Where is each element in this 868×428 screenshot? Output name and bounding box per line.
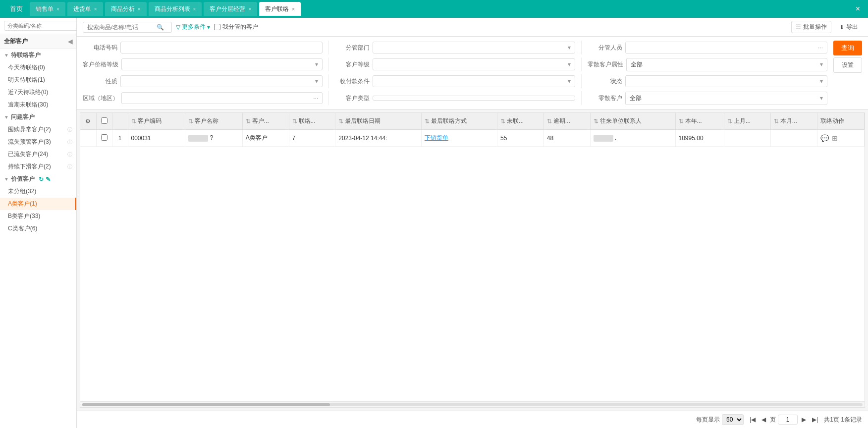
page-size-select[interactable]: 50 (722, 414, 744, 425)
col-header-last-month[interactable]: ⇅ 上月... (724, 113, 771, 130)
sidebar-item-tomorrow[interactable]: 明天待联络(1) (0, 74, 76, 86)
row-select-checkbox[interactable] (101, 134, 108, 141)
page-input[interactable] (778, 415, 798, 425)
sidebar-item-hoarding[interactable]: 囤购异常客户(2) ⓘ (0, 123, 76, 136)
select-scatter[interactable]: 全部 ▾ (625, 92, 827, 105)
sidebar-category-pending[interactable]: ▼ 待联络客户 (0, 49, 76, 61)
pagination: 每页显示 50 |◀ ◀ 页 ▶ ▶| 共1页 1条记录 (77, 411, 868, 428)
close-tab-customer-ops[interactable]: × (248, 6, 251, 12)
close-tab-analysis[interactable]: × (138, 6, 141, 12)
col-header-year-amt[interactable]: ⇅ 本年... (675, 113, 724, 130)
horizontal-scrollbar[interactable] (80, 401, 865, 407)
select-dept[interactable]: ▾ (373, 42, 575, 54)
sidebar-item-declining[interactable]: 持续下滑客户(2) ⓘ (0, 160, 76, 173)
sidebar-item-7days[interactable]: 近7天待联络(0) (0, 86, 76, 99)
col-header-uncontacted[interactable]: ⇅ 未联... (497, 113, 544, 130)
col-header-this-month[interactable]: ⇅ 本月... (770, 113, 817, 130)
sidebar-item-churned[interactable]: 已流失客户(24) ⓘ (0, 148, 76, 160)
filter-row-3: 性质 ▾ 收付款条件 ▾ (83, 74, 827, 88)
col-header-contact[interactable]: ⇅ 联络... (289, 113, 335, 130)
prev-page-btn[interactable]: ◀ (760, 415, 768, 424)
filter-search-input[interactable] (87, 24, 157, 31)
batch-icon: ☰ (796, 24, 801, 31)
export-btn[interactable]: ⬇ 导出 (835, 21, 862, 33)
close-tab-sales[interactable]: × (56, 6, 59, 12)
sidebar-category-value[interactable]: ▼ 价值客户 ↻ ✎ (0, 173, 76, 185)
select-customer-level[interactable]: ▾ (373, 58, 575, 70)
sidebar-collapse-icon[interactable]: ◀ (68, 38, 72, 45)
sidebar-search-input[interactable] (4, 21, 77, 31)
last-method-link[interactable]: 下销货单 (425, 134, 448, 141)
select-all-checkbox[interactable] (101, 117, 108, 124)
select-price-level[interactable]: ▾ (121, 58, 323, 70)
batch-op-btn[interactable]: ☰ 批量操作 (791, 21, 831, 33)
row-type: A类客户 (242, 130, 289, 147)
col-gear[interactable]: ⚙ (80, 113, 96, 130)
scrollbar-thumb[interactable] (82, 403, 330, 406)
col-header-contact-person[interactable]: ⇅ 往来单位联系人 (590, 113, 675, 130)
row-last-method[interactable]: 下销货单 (421, 130, 497, 147)
sidebar-item-ungrouped[interactable]: 未分组(32) (0, 185, 76, 198)
filter-bar: 🔍 ▽ 更多条件 ▾ 我分管的客户 ☰ 批量操作 ⬇ 导出 (77, 18, 868, 37)
nav-tab-customer-contact[interactable]: 客户联络 × (259, 2, 301, 16)
query-button[interactable]: 查询 (833, 41, 862, 55)
col-header-name[interactable]: ⇅ 客户名称 (185, 113, 243, 130)
setting-button[interactable]: 设置 (833, 57, 862, 73)
nav-tab-customer-ops[interactable]: 客户分层经营 × (204, 2, 257, 16)
window-close-button[interactable]: × (852, 4, 864, 13)
last-page-btn[interactable]: ▶| (810, 415, 820, 424)
select-scatter-attr[interactable]: 全部 ▾ (626, 58, 827, 71)
col-header-code[interactable]: ⇅ 客户编码 (128, 113, 185, 130)
filter-cell-dept: 分管部门 ▾ (335, 42, 575, 54)
col-header-overdue[interactable]: ⇅ 逾期... (543, 113, 590, 130)
sidebar-item-a-class[interactable]: A类客户(1) (0, 198, 76, 210)
message-icon[interactable]: 💬 (820, 134, 829, 142)
close-tab-analysis-list[interactable]: × (193, 6, 196, 12)
input-phone[interactable] (120, 42, 323, 54)
select-status[interactable]: ▾ (625, 75, 827, 87)
filter-search-icon[interactable]: 🔍 (157, 24, 164, 31)
sidebar-all-customers-header[interactable]: 全部客户 ◀ (0, 34, 76, 49)
select-nature[interactable]: ▾ (120, 75, 323, 87)
nav-tab-analysis[interactable]: 商品分析 × (105, 2, 147, 16)
nav-tab-purchase[interactable]: 进货单 × (67, 2, 103, 16)
sort-icon-code: ⇅ (131, 118, 136, 125)
label-customer-level: 客户等级 (335, 60, 370, 69)
col-header-type[interactable]: ⇅ 客户... (242, 113, 289, 130)
close-tab-purchase[interactable]: × (94, 6, 97, 12)
label-scatter-attr: 零散客户属性 (588, 60, 623, 69)
select-region[interactable]: ··· (121, 92, 323, 104)
sidebar-item-b-class[interactable]: B类客户(33) (0, 210, 76, 222)
row-year-amt: 10995.00 (675, 130, 724, 147)
sidebar-item-overdue[interactable]: 逾期未联络(30) (0, 99, 76, 111)
search-wrap: 🔍 (83, 22, 172, 33)
label-payment: 收付款条件 (335, 77, 370, 86)
gear-icon[interactable]: ⚙ (85, 118, 91, 125)
col-header-last-date[interactable]: ⇅ 最后联络日期 (335, 113, 422, 130)
select-payment[interactable]: ▾ (373, 75, 575, 87)
grid-icon[interactable]: ⊞ (832, 134, 838, 142)
sidebar-item-c-class[interactable]: C类客户(6) (0, 222, 76, 235)
page-nav: |◀ ◀ 页 ▶ ▶| (748, 415, 820, 425)
close-tab-customer-contact[interactable]: × (292, 6, 295, 12)
select-customer-type[interactable] (373, 96, 575, 101)
col-check[interactable] (96, 113, 112, 130)
nav-tab-sales[interactable]: 销售单 × (30, 2, 65, 16)
col-header-last-method[interactable]: ⇅ 最后联络方式 (421, 113, 497, 130)
sidebar-category-problem[interactable]: ▼ 问题客户 (0, 111, 76, 123)
sidebar-item-today[interactable]: 今天待联络(0) (0, 61, 76, 74)
nav-tab-analysis-list[interactable]: 商品分析列表 × (149, 2, 202, 16)
nav-home[interactable]: 首页 (4, 0, 29, 18)
filter-cell-scatter-attr: 零散客户属性 全部 ▾ (588, 58, 827, 71)
sidebar-item-churn-warning[interactable]: 流失预警客户(3) ⓘ (0, 136, 76, 148)
info-icon-churn-warning: ⓘ (67, 139, 72, 146)
next-page-btn[interactable]: ▶ (800, 415, 808, 424)
value-edit-icon[interactable]: ✎ (46, 176, 51, 183)
more-filters-btn[interactable]: ▽ 更多条件 ▾ (176, 23, 210, 31)
value-refresh-icon[interactable]: ↻ (39, 176, 44, 183)
first-page-btn[interactable]: |◀ (748, 415, 758, 424)
sort-icon-contact: ⇅ (292, 118, 297, 125)
select-manager[interactable]: ··· (625, 42, 827, 54)
row-checkbox[interactable] (96, 130, 112, 147)
my-customers-checkbox[interactable] (214, 24, 220, 30)
